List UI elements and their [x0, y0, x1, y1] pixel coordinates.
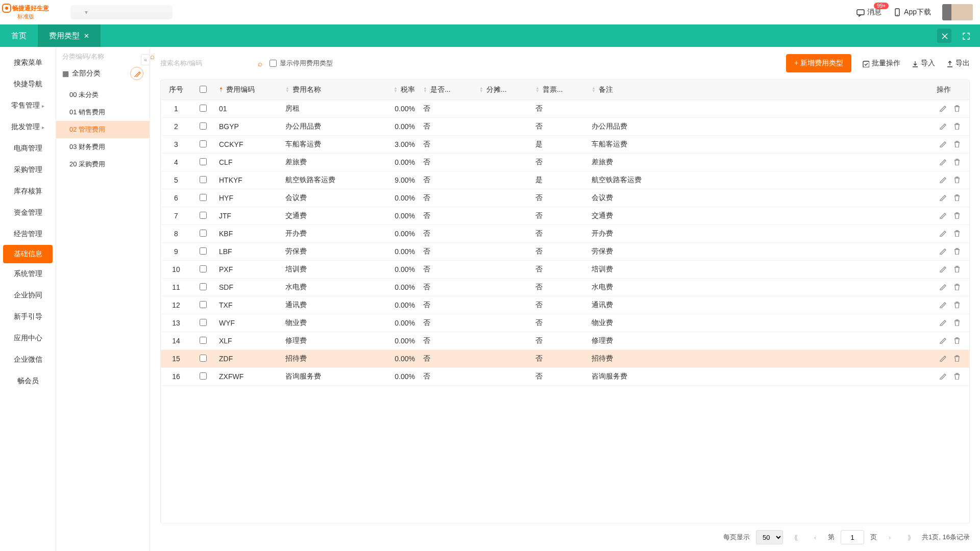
- table-row[interactable]: 10PXF培训费0.00%否否培训费: [161, 261, 969, 279]
- sidebar-item-1[interactable]: 快捷导航: [0, 73, 56, 95]
- trash-icon[interactable]: [952, 372, 960, 380]
- table-row[interactable]: 2BGYP办公用品费0.00%否否办公用品费: [161, 118, 969, 136]
- table-row[interactable]: 13WYF物业费0.00%否否物业费: [161, 314, 969, 332]
- table-row[interactable]: 3CCKYF车船客运费3.00%否是车船客运费: [161, 136, 969, 154]
- row-checkbox[interactable]: [200, 105, 207, 112]
- tab-0[interactable]: 首页: [0, 24, 38, 47]
- row-checkbox[interactable]: [200, 319, 207, 326]
- row-checkbox[interactable]: [200, 176, 207, 183]
- page-next-button[interactable]: ›: [883, 531, 896, 544]
- col-remark[interactable]: ▲▼备注: [587, 80, 923, 100]
- edit-icon[interactable]: [939, 354, 946, 362]
- col-isflag[interactable]: ▲▼是否...: [419, 80, 475, 100]
- sidebar-item-4[interactable]: 电商管理: [0, 138, 56, 159]
- edit-icon[interactable]: [939, 229, 946, 237]
- sidebar-item-0[interactable]: 搜索菜单: [0, 52, 56, 73]
- trash-icon[interactable]: [952, 140, 960, 147]
- sidebar-item-2[interactable]: 零售管理▸: [0, 95, 56, 116]
- sidebar-item-10[interactable]: 系统管理: [0, 263, 56, 285]
- trash-icon[interactable]: [952, 265, 960, 272]
- search-input[interactable]: [160, 57, 255, 69]
- table-row[interactable]: 9LBF劳保费0.00%否否劳保费: [161, 243, 969, 261]
- sidebar-item-15[interactable]: 畅会员: [0, 370, 56, 392]
- import-button[interactable]: 导入: [911, 59, 935, 68]
- trash-icon[interactable]: [952, 193, 960, 201]
- trash-icon[interactable]: [952, 122, 960, 130]
- edit-icon[interactable]: [939, 211, 946, 219]
- trash-icon[interactable]: [952, 354, 960, 362]
- trash-icon[interactable]: [952, 104, 960, 112]
- category-item-0[interactable]: 00 未分类: [56, 86, 150, 104]
- category-item-1[interactable]: 01 销售费用: [56, 104, 150, 121]
- category-all[interactable]: ▦ 全部分类: [56, 63, 150, 84]
- sidebar-item-8[interactable]: 经营管理: [0, 223, 56, 245]
- sidebar-item-14[interactable]: 企业微信: [0, 349, 56, 370]
- sidebar-item-7[interactable]: 资金管理: [0, 202, 56, 223]
- collapse-panel-button[interactable]: «: [141, 54, 150, 65]
- edit-icon[interactable]: [939, 104, 946, 112]
- table-row[interactable]: 12TXF通讯费0.00%否否通讯费: [161, 296, 969, 314]
- row-checkbox[interactable]: [200, 194, 207, 201]
- show-disabled-toggle[interactable]: 显示停用费用类型: [270, 59, 333, 68]
- sidebar-item-6[interactable]: 库存核算: [0, 181, 56, 202]
- row-checkbox[interactable]: [200, 283, 207, 290]
- table-row[interactable]: 4CLF差旅费0.00%否否差旅费: [161, 154, 969, 171]
- col-rate[interactable]: ▲▼税率: [368, 80, 419, 100]
- search-icon[interactable]: ⌕: [150, 52, 155, 61]
- trash-icon[interactable]: [952, 229, 960, 237]
- category-item-2[interactable]: 02 管理费用: [56, 121, 150, 138]
- sidebar-item-13[interactable]: 应用中心: [0, 328, 56, 349]
- row-checkbox[interactable]: [200, 158, 207, 165]
- trash-icon[interactable]: [952, 176, 960, 183]
- trash-icon[interactable]: [952, 158, 960, 165]
- edit-icon[interactable]: [939, 300, 946, 308]
- fullscreen-button[interactable]: [959, 29, 973, 43]
- add-expense-type-button[interactable]: + 新增费用类型: [786, 54, 851, 72]
- sidebar-item-5[interactable]: 采购管理: [0, 159, 56, 181]
- trash-icon[interactable]: [952, 283, 960, 290]
- table-row[interactable]: 5HTKYF航空铁路客运费9.00%否是航空铁路客运费: [161, 171, 969, 189]
- table-row[interactable]: 14XLF修理费0.00%否否修理费: [161, 332, 969, 350]
- sidebar-item-3[interactable]: 批发管理▸: [0, 116, 56, 138]
- row-checkbox[interactable]: [200, 212, 207, 219]
- trash-icon[interactable]: [952, 247, 960, 255]
- per-page-select[interactable]: 50: [756, 530, 783, 544]
- col-seq[interactable]: 序号: [161, 80, 191, 100]
- row-checkbox[interactable]: [200, 372, 207, 380]
- show-disabled-checkbox[interactable]: [270, 60, 277, 67]
- table-row[interactable]: 11SDF水电费0.00%否否水电费: [161, 279, 969, 296]
- edit-icon[interactable]: [939, 176, 946, 183]
- edit-icon[interactable]: [939, 265, 946, 272]
- logo[interactable]: 畅捷通好生意 标准版: [0, 0, 51, 24]
- category-search-input[interactable]: [62, 53, 148, 60]
- row-checkbox[interactable]: [200, 301, 207, 308]
- edit-icon[interactable]: [939, 140, 946, 147]
- edit-icon[interactable]: [939, 336, 946, 344]
- row-checkbox[interactable]: [200, 140, 207, 147]
- batch-action-button[interactable]: 批量操作: [862, 59, 900, 68]
- edit-icon[interactable]: [939, 247, 946, 255]
- col-name[interactable]: ▲▼费用名称: [281, 80, 368, 100]
- messages-button[interactable]: 消息 99+: [856, 8, 881, 17]
- row-checkbox[interactable]: [200, 355, 207, 362]
- row-checkbox[interactable]: [200, 122, 207, 130]
- col-share[interactable]: ▲▼分摊...: [475, 80, 531, 100]
- trash-icon[interactable]: [952, 300, 960, 308]
- page-last-button[interactable]: ⟫: [902, 531, 916, 544]
- close-tabs-button[interactable]: [937, 29, 951, 43]
- trash-icon[interactable]: [952, 211, 960, 219]
- sidebar-item-12[interactable]: 新手引导: [0, 306, 56, 328]
- edit-icon[interactable]: [939, 318, 946, 326]
- row-checkbox[interactable]: [200, 265, 207, 272]
- edit-icon[interactable]: [939, 158, 946, 165]
- export-button[interactable]: 导出: [945, 59, 970, 68]
- tab-close-icon[interactable]: ✕: [84, 32, 89, 40]
- col-code[interactable]: ▲▼费用编码: [215, 80, 281, 100]
- table-row[interactable]: 101房租0.00%否否: [161, 100, 969, 118]
- edit-category-button[interactable]: [130, 67, 143, 80]
- table-row[interactable]: 6HYF会议费0.00%否否会议费: [161, 189, 969, 207]
- row-checkbox[interactable]: [200, 337, 207, 344]
- table-row[interactable]: 8KBF开办费0.00%否否开办费: [161, 225, 969, 243]
- page-input[interactable]: [841, 530, 864, 544]
- org-selector[interactable]: ▾: [70, 5, 173, 19]
